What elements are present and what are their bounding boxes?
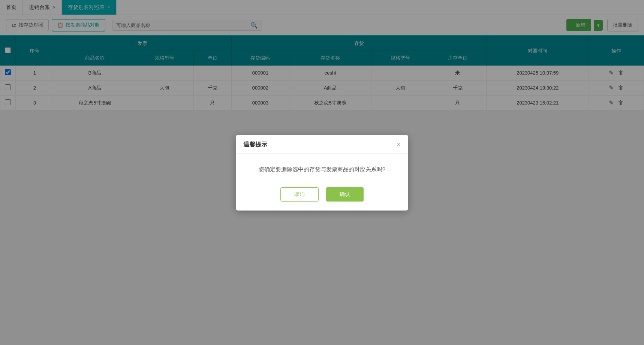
overlay[interactable]: 温馨提示 × 您确定要删除选中的存货与发票商品的对应关系吗? 取消 确认	[0, 0, 644, 111]
